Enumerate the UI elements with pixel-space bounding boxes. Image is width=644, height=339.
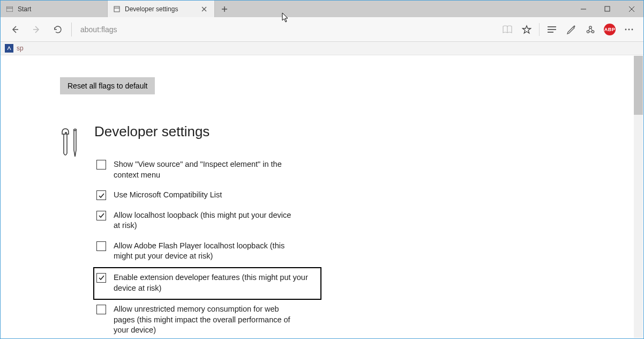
checkbox[interactable]	[96, 211, 106, 220]
tab-bar: Start Developer settings	[1, 1, 643, 17]
scroll-thumb[interactable]	[634, 56, 643, 115]
favorite-icon[interactable]	[518, 20, 536, 39]
maximize-button[interactable]	[595, 1, 619, 17]
option-label: Use Microsoft Compatibility List	[114, 190, 222, 201]
svg-point-24	[632, 28, 633, 30]
window-controls	[571, 1, 643, 17]
forward-button[interactable]	[27, 20, 46, 39]
option-row: Use Microsoft Compatibility List	[94, 186, 298, 206]
checkbox[interactable]	[96, 160, 106, 170]
svg-rect-9	[605, 6, 610, 11]
separator	[71, 23, 72, 36]
reset-flags-button[interactable]: Reset all flags to default	[60, 77, 155, 94]
svg-point-21	[591, 30, 594, 32]
option-label: Allow unrestricted memory consumption fo…	[114, 304, 296, 336]
app-icon	[6, 5, 13, 13]
svg-point-23	[628, 28, 630, 30]
svg-rect-2	[114, 6, 119, 12]
vertical-scrollbar[interactable]	[634, 56, 643, 338]
checkbox[interactable]	[96, 241, 106, 251]
abp-badge: ABP	[604, 24, 616, 35]
tab-label: Start	[18, 5, 102, 13]
option-row: Allow Adobe Flash Player localhost loopb…	[94, 237, 298, 267]
section-title: Developer settings	[94, 123, 298, 140]
back-button[interactable]	[6, 20, 24, 39]
bookmark-label[interactable]: sp	[17, 45, 24, 52]
wrench-screwdriver-icon	[60, 123, 81, 338]
option-row: Enable extension developer features (thi…	[93, 267, 321, 300]
refresh-button[interactable]	[49, 20, 67, 39]
toolbar-right: ABP	[498, 20, 638, 39]
close-tab-icon[interactable]	[199, 4, 209, 14]
checkbox[interactable]	[96, 273, 106, 283]
tab-developer-settings[interactable]: Developer settings	[108, 1, 215, 17]
minimize-button[interactable]	[571, 1, 595, 17]
developer-settings-section: Developer settings Show "View source" an…	[60, 123, 643, 338]
checkbox[interactable]	[96, 190, 106, 200]
nav-bar: about:flags ABP	[1, 17, 643, 42]
option-label: Allow localhost loopback (this might put…	[114, 210, 296, 231]
tab-start[interactable]: Start	[1, 1, 108, 17]
more-icon[interactable]	[620, 20, 638, 39]
option-label: Enable extension developer features (thi…	[114, 272, 318, 293]
svg-point-20	[587, 30, 589, 32]
hub-icon[interactable]	[543, 20, 561, 39]
web-note-icon[interactable]	[562, 20, 580, 39]
option-row: Show "View source" and "Inspect element"…	[94, 155, 298, 186]
option-row: Allow localhost loopback (this might put…	[94, 206, 298, 237]
option-label: Allow Adobe Flash Player localhost loopb…	[114, 241, 296, 262]
svg-rect-0	[6, 6, 13, 12]
page-icon	[113, 5, 121, 13]
abp-extension-icon[interactable]: ABP	[601, 20, 619, 39]
option-row: Allow unrestricted memory consumption fo…	[94, 300, 298, 338]
svg-point-22	[625, 28, 627, 30]
new-tab-button[interactable]	[215, 1, 234, 17]
bookmark-bar: sp	[1, 42, 643, 55]
close-window-button[interactable]	[619, 1, 643, 17]
separator	[539, 23, 540, 36]
option-label: Show "View source" and "Inspect element"…	[114, 159, 296, 180]
address-bar[interactable]: about:flags	[78, 25, 495, 34]
svg-point-18	[574, 25, 575, 27]
page-content: Reset all flags to default Developer set…	[1, 56, 643, 338]
checkbox[interactable]	[96, 305, 106, 314]
bookmark-favicon[interactable]	[5, 44, 13, 53]
tab-label: Developer settings	[125, 5, 195, 13]
reading-view-icon[interactable]	[498, 20, 516, 39]
svg-point-19	[589, 26, 591, 28]
share-icon[interactable]	[581, 20, 600, 39]
